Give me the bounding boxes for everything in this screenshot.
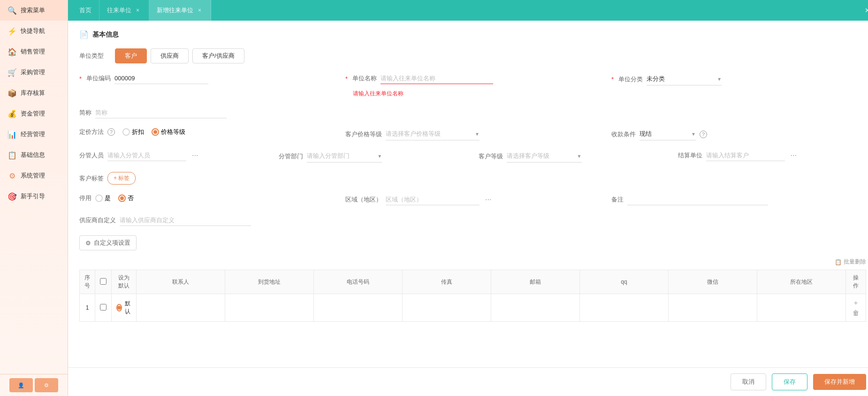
row-delete-btn[interactable]: 🗑 [851,308,861,318]
pricing-method-help-icon[interactable]: ? [107,128,115,136]
add-tag-btn[interactable]: + 标签 [107,172,136,185]
pricing-method-radio-group: 折扣 价格等级 [122,128,185,136]
payment-terms-select[interactable]: 现结 ▼ [640,128,696,140]
tab-home-label: 首页 [79,6,91,15]
unit-name-field: * 单位名称 请输入往来单位名称 [345,73,600,98]
pricing-discount-radio[interactable]: 折扣 [122,128,144,136]
department-select[interactable]: 请输入分管部门 ▼ [307,150,382,163]
sidebar-item-finance[interactable]: 💰 资金管理 [0,103,68,124]
row-phone-input[interactable] [319,302,397,313]
tab-new-partner-close[interactable]: × [196,6,203,15]
abbreviation-label: 简称 [79,109,91,117]
pricing-discount-label: 折扣 [132,128,144,136]
row-phone[interactable] [314,294,403,322]
payment-terms-arrow: ▼ [691,132,696,137]
settlement-unit-more-btn[interactable]: ··· [789,151,799,160]
sidebar-item-inventory[interactable]: 📦 库存核算 [0,83,68,103]
cancel-button[interactable]: 取消 [731,373,766,390]
sidebar-item-guide[interactable]: 🎯 新手引导 [0,186,68,207]
customer-price-level-select[interactable]: 请选择客户价格等级 ▼ [386,128,480,140]
sales-icon: 🏠 [8,47,17,56]
select-all-checkbox[interactable] [100,278,107,285]
pricing-row: 定价方法 ? 折扣 价格等级 客户价格等级 [79,128,866,140]
unit-type-both-btn[interactable]: 客户/供应商 [192,48,244,63]
window-close-button[interactable]: × [861,4,868,17]
manager-input[interactable] [107,150,186,161]
settlement-unit-input[interactable] [706,150,785,161]
remark-input[interactable] [627,194,768,205]
row-address-input[interactable] [230,302,309,313]
row-wechat[interactable] [669,294,757,322]
sidebar-settings-btn[interactable]: ⚙ [35,378,58,392]
sidebar-item-search[interactable]: 🔍 搜索菜单 [0,0,68,21]
unit-code-input[interactable] [114,73,208,84]
settlement-unit-label: 结算单位 [678,151,702,160]
tab-partners-close[interactable]: × [134,6,141,15]
batch-delete-area: 📋 批量删除 [79,258,866,266]
disabled-no-radio[interactable]: 否 [118,194,134,202]
col-address: 到货地址 [225,270,314,294]
sidebar-item-system[interactable]: ⚙ 系统管理 [0,165,68,186]
row-address[interactable] [225,294,314,322]
sidebar-item-sales[interactable]: 🏠 销售管理 [0,41,68,62]
row-checkbox[interactable] [100,304,107,311]
manager-field: 分管人员 ··· [79,150,267,161]
abbreviation-field: 简称 [79,107,866,118]
supplier-custom-label: 供应商自定义 [79,216,116,225]
tags-row: 客户标签 + 标签 [79,172,866,185]
manager-more-btn[interactable]: ··· [190,151,200,160]
tab-home[interactable]: 首页 [72,0,99,21]
sidebar-item-basic-info[interactable]: 📋 基础信息 [0,145,68,165]
sidebar-user-btn[interactable]: 👤 [9,378,33,392]
row-qq[interactable] [580,294,669,322]
sidebar-item-purchase[interactable]: 🛒 采购管理 [0,62,68,83]
row-add-btn[interactable]: ＋ [851,298,861,308]
row-contact-input[interactable] [141,302,220,313]
row-fax-input[interactable] [407,302,486,313]
supplier-custom-input[interactable] [120,215,251,226]
col-email: 邮箱 [491,270,580,294]
department-label: 分管部门 [279,152,303,161]
department-arrow: ▼ [377,154,382,159]
payment-terms-help-icon[interactable]: ? [700,131,707,138]
region-field: 区域（地区） ··· [345,194,600,205]
batch-delete-label[interactable]: 批量删除 [844,258,866,266]
disabled-yes-label: 是 [105,194,111,202]
row-default-radio-outer [116,304,122,311]
sidebar-item-label: 经营管理 [21,130,45,139]
finance-icon: 💰 [8,109,17,118]
save-button[interactable]: 保存 [772,373,807,390]
unit-category-select[interactable]: 未分类 ▼ [647,73,722,85]
save-new-button[interactable]: 保存并新增 [813,374,866,390]
abbreviation-input[interactable] [95,107,227,118]
disabled-field: 停用 是 否 [79,194,334,202]
row-qq-input[interactable] [585,302,663,313]
remark-field: 备注 [611,194,866,205]
row-email-input[interactable] [496,302,575,313]
customer-level-select[interactable]: 请选择客户等级 ▼ [507,150,582,163]
unit-category-label: 单位分类 [618,75,643,84]
row-area-input[interactable] [762,302,841,313]
row-contact[interactable] [137,294,225,322]
row-wechat-input[interactable] [673,302,752,313]
row-email[interactable] [491,294,580,322]
unit-name-error: 请输入往来单位名称 [353,90,404,98]
disabled-yes-radio[interactable]: 是 [95,194,111,202]
tab-partners[interactable]: 往来单位 × [99,0,149,21]
pricing-level-radio[interactable]: 价格等级 [152,128,185,136]
region-more-btn[interactable]: ··· [483,195,493,204]
tab-new-partner[interactable]: 新增往来单位 × [149,0,211,21]
col-wechat: 微信 [669,270,757,294]
sidebar-item-quick-nav[interactable]: ⚡ 快捷导航 [0,21,68,41]
disabled-radio-group: 是 否 [95,194,134,202]
sidebar-item-operations[interactable]: 📊 经营管理 [0,124,68,145]
unit-type-supplier-btn[interactable]: 供应商 [151,48,189,63]
region-input[interactable] [386,194,480,205]
sidebar-item-label: 采购管理 [21,68,45,77]
disabled-yes-outer [95,194,103,202]
unit-name-input[interactable] [381,73,493,84]
custom-settings-btn[interactable]: ⚙ 自定义项设置 [79,235,137,250]
unit-type-customer-btn[interactable]: 客户 [115,48,147,63]
row-area[interactable] [757,294,846,322]
row-fax[interactable] [403,294,491,322]
